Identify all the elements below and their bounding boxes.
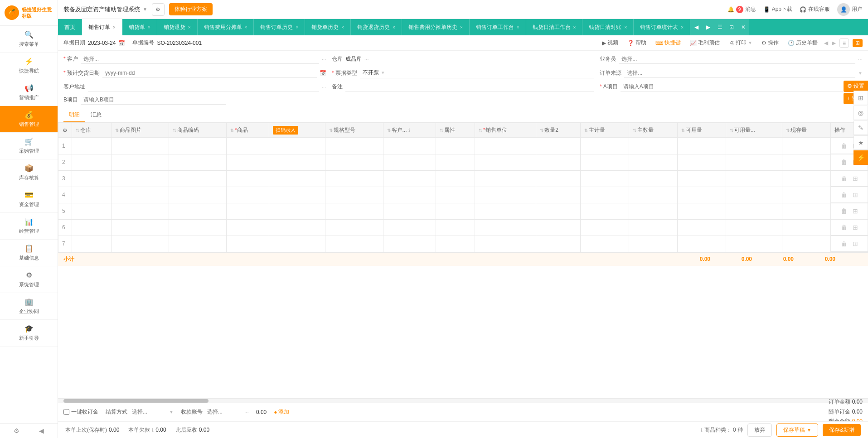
row-delete-button[interactable]: 🗑 xyxy=(839,207,849,216)
product-count-info-icon[interactable]: ℹ xyxy=(701,428,703,433)
sidebar-item-guide[interactable]: 🎓 新手引导 xyxy=(0,320,58,347)
nav-prev-icon[interactable]: ◀ xyxy=(824,40,828,46)
nav-next-icon[interactable]: ▶ xyxy=(832,40,836,46)
sidebar-item-marketing[interactable]: 📢 营销推广 xyxy=(0,79,58,106)
tab-close-sales-expense[interactable]: × xyxy=(245,25,247,30)
solution-button[interactable]: 体验行业方案 xyxy=(169,3,213,15)
rf-grid-button[interactable]: ⊞ xyxy=(853,91,868,105)
online-service-button[interactable]: 🎧 在线客服 xyxy=(800,5,830,13)
tab-prev-button[interactable]: ◀ xyxy=(690,19,702,35)
tab-close-cash-workbench[interactable]: × xyxy=(573,25,576,30)
row-delete-button[interactable]: 🗑 xyxy=(839,158,849,167)
tab-close-sales-order[interactable]: × xyxy=(113,25,116,30)
row-copy-button[interactable]: ⊞ xyxy=(851,174,860,183)
notifications-button[interactable]: 🔔 9 消息 xyxy=(727,5,756,13)
current-debt-info-icon[interactable]: ℹ xyxy=(152,428,154,433)
row-delete-button[interactable]: 🗑 xyxy=(839,174,849,183)
remarks-input[interactable] xyxy=(345,82,595,91)
sidebar-item-system[interactable]: ⚙ 系统管理 xyxy=(0,266,58,293)
tab-sales-stats[interactable]: 销售订单统计表 × xyxy=(634,19,690,35)
tab-close-cash-reconcile[interactable]: × xyxy=(624,25,627,30)
tab-maximize-button[interactable]: ⊡ xyxy=(726,19,737,35)
sidebar-item-operations[interactable]: 📊 经营管理 xyxy=(0,213,58,240)
tab-sales-workbench[interactable]: 销售订单工作台 × xyxy=(470,19,526,35)
bank-dots-icon[interactable]: ··· xyxy=(244,409,249,415)
bank-account-input[interactable] xyxy=(205,408,242,416)
rf-star-button[interactable]: ★ xyxy=(853,135,868,150)
tab-home[interactable]: 首页 xyxy=(58,19,82,35)
sidebar-collapse-btn[interactable]: ◀ xyxy=(39,427,44,434)
tab-summary[interactable]: 汇总 xyxy=(85,108,107,122)
warehouse-dots-icon[interactable]: ··· xyxy=(364,56,369,63)
card-view-button[interactable]: ⊞ xyxy=(853,39,863,47)
app-download-button[interactable]: 📱 App下载 xyxy=(763,5,792,13)
salesperson-dots-icon[interactable]: ··· xyxy=(858,56,863,63)
sidebar-item-sales[interactable]: 💰 销售管理 xyxy=(0,106,58,133)
tab-close-sales-workbench[interactable]: × xyxy=(517,25,519,30)
address-dots-icon[interactable]: ··· xyxy=(322,84,326,90)
row-delete-button[interactable]: 🗑 xyxy=(839,239,849,248)
tab-menu-button[interactable]: ☰ xyxy=(714,19,726,35)
tab-next-button[interactable]: ▶ xyxy=(702,19,714,35)
save-new-button[interactable]: 保存&新增 xyxy=(823,424,861,436)
shortcut-button[interactable]: ⌨ 快捷键 xyxy=(653,38,684,48)
row-delete-button[interactable]: 🗑 xyxy=(839,190,849,199)
tab-close-all-button[interactable]: ✕ xyxy=(737,19,749,35)
save-draft-button[interactable]: 保存草稿 ▼ xyxy=(776,424,818,437)
print-button[interactable]: 🖨 打印 ▼ xyxy=(726,38,755,48)
payment-method-input[interactable] xyxy=(130,408,166,416)
row-delete-button[interactable]: 🗑 xyxy=(839,223,849,232)
calendar-icon[interactable]: 📅 xyxy=(118,40,125,46)
help-button[interactable]: ❓ 帮助 xyxy=(625,38,649,48)
address-input[interactable] xyxy=(88,82,319,91)
tab-return-history[interactable]: 销货退货历史 × xyxy=(351,19,402,35)
tab-invoice-history[interactable]: 销货单历史 × xyxy=(305,19,351,35)
salesperson-input[interactable] xyxy=(619,54,855,64)
row-delete-button[interactable]: 🗑 xyxy=(839,141,849,150)
customer-dots-icon[interactable]: ··· xyxy=(322,56,326,63)
user-menu-button[interactable]: 👤 用户 xyxy=(837,3,863,16)
row-copy-button[interactable]: ⊞ xyxy=(851,239,860,248)
row-copy-button[interactable]: ⊞ xyxy=(851,223,860,232)
sidebar-item-quicknav[interactable]: ⚡ 快捷导航 xyxy=(0,53,58,79)
sidebar-settings-btn[interactable]: ⚙ xyxy=(14,427,19,434)
tab-sales-order-history[interactable]: 销售订单历史 × xyxy=(254,19,305,35)
rf-edit-button[interactable]: ✎ xyxy=(853,120,868,135)
sidebar-item-purchase[interactable]: 🛒 采购管理 xyxy=(0,133,58,159)
operation-button[interactable]: ⚙ 操作 xyxy=(759,38,781,48)
tab-sales-invoice[interactable]: 销货单 × xyxy=(122,19,157,35)
sidebar-item-search[interactable]: 🔍 搜索菜单 xyxy=(0,26,58,53)
rf-circle-button[interactable]: ◎ xyxy=(853,106,868,120)
col-header-gear[interactable]: ⚙ xyxy=(58,123,72,138)
tab-close-sales-stats[interactable]: × xyxy=(681,25,684,30)
tab-close-sales-return[interactable]: × xyxy=(188,25,191,30)
tab-cash-workbench[interactable]: 钱货日清工作台 × xyxy=(526,19,583,35)
tab-cash-reconcile[interactable]: 钱货日清对账 × xyxy=(582,19,634,35)
topbar-settings-button[interactable]: ⚙ xyxy=(152,3,165,16)
date-value[interactable]: 2023-03-24 xyxy=(88,40,116,46)
one-click-deposit-check[interactable] xyxy=(63,409,69,415)
sidebar-item-finance[interactable]: 💳 资金管理 xyxy=(0,186,58,213)
tab-expense-history[interactable]: 销售费用分摊单历史 × xyxy=(402,19,470,35)
rf-flash-button[interactable]: ⚡ xyxy=(853,150,868,165)
delivery-date-input[interactable] xyxy=(102,68,317,78)
tab-close-invoice-history[interactable]: × xyxy=(341,25,344,30)
order-source-input[interactable] xyxy=(624,68,855,78)
tab-detail[interactable]: 明细 xyxy=(63,108,85,122)
list-view-button[interactable]: ≡ xyxy=(839,39,849,48)
row-copy-button[interactable]: ⊞ xyxy=(851,207,860,216)
b-project-input[interactable] xyxy=(81,95,226,105)
row-copy-button[interactable]: ⊞ xyxy=(851,190,860,199)
tab-sales-order[interactable]: 销售订单 × xyxy=(82,19,122,35)
scroll-bar[interactable] xyxy=(63,399,209,403)
tab-close-expense-history[interactable]: × xyxy=(460,25,463,30)
save-draft-arrow-icon[interactable]: ▼ xyxy=(807,428,811,433)
delivery-calendar-icon[interactable]: 📅 xyxy=(320,70,326,76)
payment-arrow-icon[interactable]: ▼ xyxy=(169,409,174,414)
tab-close-return-history[interactable]: × xyxy=(393,25,395,30)
tab-sales-expense[interactable]: 销售费用分摊单 × xyxy=(198,19,254,35)
sidebar-item-inventory[interactable]: 📦 库存核算 xyxy=(0,159,58,186)
add-payment-button[interactable]: ● 添加 xyxy=(274,408,289,416)
discard-button[interactable]: 放弃 xyxy=(747,424,772,437)
tab-close-sales-invoice[interactable]: × xyxy=(148,25,150,30)
